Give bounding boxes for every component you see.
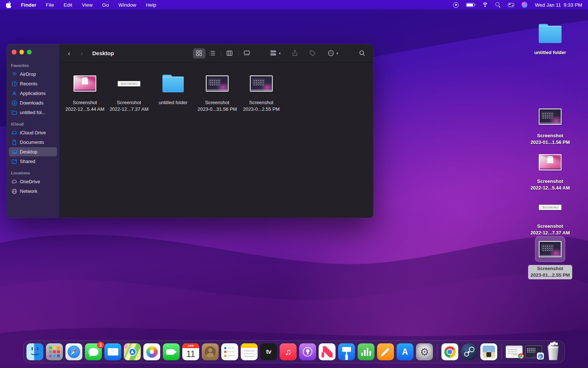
control-center-icon[interactable]: [508, 3, 514, 7]
dock-minimized-dark-window[interactable]: [525, 343, 542, 360]
column-view-button[interactable]: [223, 48, 236, 59]
desktop-icon-screenshot-255pm-selected[interactable]: Screenshot 2023-01...2.55 PM: [524, 236, 576, 279]
battery-icon[interactable]: [466, 3, 474, 7]
close-button[interactable]: [12, 50, 17, 54]
dock-system-preferences[interactable]: ⚙: [416, 343, 433, 360]
zoom-button[interactable]: [27, 50, 32, 54]
dock-trash[interactable]: [545, 343, 562, 360]
dock-calendar[interactable]: JAN11: [182, 343, 199, 360]
dock-launchpad[interactable]: [46, 343, 63, 360]
dock-messages[interactable]: 3: [85, 343, 102, 360]
dock-pages[interactable]: [377, 343, 394, 360]
menu-finder[interactable]: Finder: [21, 2, 36, 8]
file-screenshot-3156pm[interactable]: Screenshot 2023-0...31.56 PM: [197, 72, 238, 112]
dock-facetime[interactable]: [163, 343, 180, 360]
dock-reminders[interactable]: [221, 343, 238, 360]
dock-minimized-chrome-window[interactable]: [506, 343, 523, 360]
menu-edit[interactable]: Edit: [64, 2, 72, 8]
sidebar-item-downloads[interactable]: Downloads: [9, 98, 57, 107]
desktop-icon-screenshot-156pm[interactable]: Screenshot 2023-01...1.56 PM: [524, 104, 576, 146]
calendar-icon: JAN11: [182, 343, 199, 360]
dock-photo-viewer[interactable]: [480, 343, 497, 360]
news-icon: [319, 343, 336, 360]
sidebar-item-desktop[interactable]: Desktop: [9, 147, 57, 156]
menu-go[interactable]: Go: [102, 2, 109, 8]
icon-view-button[interactable]: [193, 48, 205, 59]
screenshot-thumbnail: [539, 154, 562, 170]
menu-view[interactable]: View: [82, 2, 93, 8]
dock-tv[interactable]: tv: [260, 343, 277, 360]
file-label: Screenshot 2022-12...5.44 AM: [65, 99, 104, 112]
dock-news[interactable]: [319, 343, 336, 360]
menu-bar-clock[interactable]: Wed Jan 11 9:33 PM: [535, 2, 582, 8]
sidebar-item-recents[interactable]: Recents: [9, 79, 57, 88]
dock-keynote[interactable]: [338, 343, 355, 360]
desktop-icon-untitled-folder[interactable]: untitled folder: [524, 21, 576, 56]
gallery-view-button[interactable]: [241, 48, 253, 59]
list-view-button[interactable]: [206, 48, 219, 59]
desktop-icon-label: untitled folder: [534, 49, 566, 56]
sidebar-item-icloud-drive[interactable]: iCloud Drive: [9, 128, 57, 137]
search-button[interactable]: [356, 48, 368, 59]
forward-button[interactable]: ›: [77, 49, 86, 58]
folder-icon: [11, 109, 17, 116]
globe-icon: [11, 188, 17, 194]
dock-music[interactable]: ♫: [280, 343, 297, 360]
siri-icon[interactable]: [521, 2, 527, 8]
more-actions-button[interactable]: [325, 48, 337, 59]
desktop-icon-screenshot-737am[interactable]: Return to Main Menu Screenshot 2022-12..…: [524, 194, 576, 236]
file-screenshot-255pm[interactable]: Screenshot 2023-0...2.55 PM: [241, 72, 282, 112]
dock-chrome[interactable]: [441, 343, 458, 360]
selection-highlight: [535, 236, 565, 262]
dock-numbers[interactable]: [358, 343, 374, 360]
gear-icon: ⚙: [416, 343, 433, 360]
dock-steam[interactable]: [461, 343, 478, 360]
cloud-icon: [11, 130, 17, 136]
music-icon: ♫: [280, 343, 297, 360]
dock-separator: [501, 344, 502, 360]
sidebar-item-onedrive[interactable]: OneDrive: [9, 177, 57, 186]
desktop-icon-screenshot-544am[interactable]: Screenshot 2022-12...5.44 AM: [524, 149, 576, 191]
trash-icon: [545, 343, 562, 360]
back-button[interactable]: ‹: [64, 49, 74, 58]
dock-mail[interactable]: [104, 343, 121, 360]
sidebar-item-untitled-folder[interactable]: untitled fol...: [9, 108, 57, 117]
now-playing-icon[interactable]: [453, 2, 459, 8]
spotlight-icon[interactable]: [495, 2, 501, 7]
screenshot-thumbnail: [250, 75, 273, 92]
toolbar-divider: [221, 50, 221, 57]
menu-window[interactable]: Window: [118, 2, 136, 8]
tags-button[interactable]: [306, 48, 319, 59]
apple-menu-icon[interactable]: [6, 2, 11, 8]
sidebar-item-applications[interactable]: Applications: [9, 89, 57, 98]
menu-file[interactable]: File: [46, 2, 54, 8]
dock-contacts[interactable]: [202, 343, 219, 360]
document-icon: [11, 139, 17, 145]
share-button[interactable]: [288, 48, 301, 59]
file-screenshot-737am[interactable]: Return to Main Menu Screenshot 2022-12..…: [108, 72, 150, 112]
wifi-icon[interactable]: [482, 3, 488, 7]
group-by-button[interactable]: [267, 48, 280, 59]
shared-folder-icon: [11, 158, 17, 164]
file-untitled-folder[interactable]: untitled folder: [153, 72, 194, 106]
menu-help[interactable]: Help: [146, 2, 156, 8]
dock-safari[interactable]: [65, 343, 82, 360]
dock-photos[interactable]: [143, 343, 160, 360]
dock-podcasts[interactable]: [299, 343, 316, 360]
sidebar-item-documents[interactable]: Documents: [9, 138, 57, 147]
minimize-button[interactable]: [19, 50, 24, 54]
file-screenshot-544am[interactable]: Screenshot 2022-12...5.44 AM: [64, 72, 105, 112]
sidebar-item-shared[interactable]: Shared: [9, 157, 57, 166]
chrome-badge-icon: [517, 353, 524, 360]
dock-notes[interactable]: [241, 343, 258, 360]
dock-finder[interactable]: [26, 343, 43, 360]
sidebar-item-network[interactable]: Network: [9, 187, 57, 196]
dock-app-store[interactable]: A: [397, 343, 413, 360]
sidebar-section-icloud: iCloud: [7, 117, 59, 128]
dock-maps[interactable]: [124, 343, 141, 360]
maps-icon: [124, 343, 141, 360]
finder-main: ‹ › Desktop ▾ ▾: [59, 44, 373, 218]
finder-sidebar: Favorites AirDrop Recents Applications D…: [7, 44, 59, 218]
safari-icon: [65, 343, 82, 360]
sidebar-item-airdrop[interactable]: AirDrop: [9, 70, 57, 79]
